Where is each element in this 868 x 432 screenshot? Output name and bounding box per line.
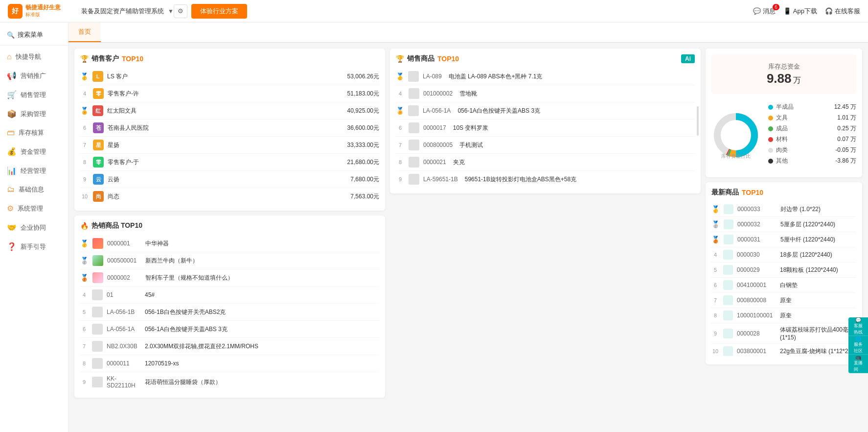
sp-code-6: 0000021: [423, 159, 446, 166]
sidebar-item-purchase[interactable]: 📦 采购管理: [0, 104, 68, 123]
operations-icon: 📊: [7, 166, 17, 175]
hot-prod-3: 🥉 0000002 智利车子里（规格不知道填什么）: [80, 269, 379, 287]
np-num-6: 6: [711, 282, 719, 288]
hot-products-title-text: 热销商品 TOP10: [91, 221, 142, 230]
service-community-button[interactable]: 🌐 服务社区: [848, 336, 868, 355]
np-num-9: 9: [711, 331, 719, 336]
direct-store-button[interactable]: 📺 直播间: [848, 355, 868, 373]
np-name-3: 5厘中纤 (1220*2440): [780, 236, 856, 244]
new-prod-3: 🥉 0000031 5厘中纤 (1220*2440): [711, 232, 856, 247]
legend-val-3: 0.25 万: [837, 124, 856, 133]
rank-num-8: 10: [80, 192, 89, 201]
hot-prod-5: 5 LA-056-1B 056-1B白色按键开关壳ABS2克: [80, 304, 379, 321]
system-selector[interactable]: 装备及固定资产辅助管理系统 ▼: [81, 7, 174, 16]
sp-name-4: 10S 变料罗浆: [453, 124, 489, 132]
rank-item-7: 9 云 云扬 7,680.00元: [80, 171, 379, 188]
headset-icon: 🎧: [825, 7, 833, 15]
notification-button[interactable]: 💬 消息 6: [753, 7, 776, 16]
prod-code-1: 0000001: [107, 240, 141, 247]
sidebar-item-inventory[interactable]: 🗃 库存核算: [0, 123, 68, 142]
prod-thumb-2: [92, 255, 103, 266]
sidebar-item-marketing[interactable]: 📢 营销推广: [0, 66, 68, 85]
prod-code-9: KK-SD22110H: [107, 375, 141, 389]
sp-medal-3: 🏅: [396, 107, 404, 115]
sp-rank-item-7: 9 LA-59651-1B 59651-1B旋转投影灯电池盒ABS黑色+58克: [396, 171, 695, 188]
sales-product-title: 🏆 销售商品 TOP10 Ai: [396, 54, 695, 63]
sidebar-item-basic-info[interactable]: 🗂 基础信息: [0, 180, 68, 199]
prod-code-3: 0000002: [107, 274, 141, 281]
sp-medal-1: 🥇: [396, 72, 404, 80]
legend-dot-4: [768, 137, 773, 142]
sidebar-item-sales[interactable]: 🛒 销售管理: [0, 85, 68, 104]
home-icon: ⌂: [7, 52, 12, 61]
sp-name-1: 电池盖 LA-089 ABS本色+黑种 7.1克: [449, 72, 543, 81]
sp-thumb-6: [409, 157, 419, 168]
trophy-icon-2: 🏆: [396, 55, 404, 63]
sp-code-2: 001000002: [423, 90, 453, 97]
np-thumb-4: [723, 250, 733, 260]
np-name-8: 原奎: [780, 312, 856, 320]
sp-thumb-3: [408, 105, 419, 116]
trial-button[interactable]: 体验行业方案: [191, 4, 247, 19]
rank-num-hp9: 9: [80, 379, 88, 385]
inventory-total-section: 库存总资金 9.88 万: [711, 54, 856, 94]
customer-badge-4: 苍: [93, 122, 104, 133]
sidebar-item-enterprise[interactable]: 🤝 企业协同: [0, 218, 68, 237]
customer-name-8: 尚态: [108, 192, 346, 201]
rank-item-3: 🏅 红 红太阳文具 40,925.00元: [80, 102, 379, 120]
customer-badge-7: 云: [93, 174, 104, 185]
sidebar-item-finance[interactable]: 💰 资金管理: [0, 142, 68, 161]
search-menu-item[interactable]: 🔍 搜索菜单: [0, 26, 68, 43]
sales-customer-top10-badge: TOP10: [122, 55, 143, 63]
customer-badge-3: 红: [92, 105, 103, 116]
rank-num-hp7: 7: [80, 343, 88, 349]
np-num-4: 4: [711, 252, 719, 258]
rank-item-6: 8 零 零售客户-于 21,680.00元: [80, 154, 379, 171]
legend-dot-6: [768, 159, 773, 164]
sp-num-2: 4: [396, 89, 405, 98]
np-name-5: 18颗粒板 (1220*2440): [780, 266, 856, 274]
np-code-5: 0000029: [737, 266, 776, 273]
enterprise-icon: 🤝: [7, 223, 17, 232]
rank-num-7: 9: [80, 175, 89, 184]
logo-icon: 好: [8, 4, 23, 19]
sidebar-item-sys-mgmt[interactable]: ⚙ 系统管理: [0, 199, 68, 218]
np-code-1: 0000033: [737, 206, 777, 213]
prod-thumb-1: [92, 238, 103, 249]
inventory-icon: 🗃: [7, 128, 15, 137]
notification-icon: 💬: [753, 7, 761, 15]
sp-code-5: 000800005: [423, 142, 453, 148]
prod-name-1: 中华神器: [145, 240, 169, 248]
rank-medal-3: 🏅: [80, 107, 89, 115]
customer-service-button[interactable]: 💬 客服热线: [848, 317, 868, 336]
tab-home[interactable]: 首页: [69, 23, 101, 42]
sidebar-label: 企业协同: [21, 223, 46, 232]
online-service-button[interactable]: 🎧 在线客服: [825, 7, 860, 16]
legend-item-2: 文具 1.01 万: [768, 114, 856, 122]
rank-num-hp8: 8: [80, 360, 88, 366]
app-download-button[interactable]: 📱 App下载: [783, 7, 817, 16]
prod-thumb-7: [92, 341, 103, 352]
np-thumb-10: [723, 346, 733, 356]
main-layout: 🔍 搜索菜单 ⌂ 快捷导航 📢 营销推广 🛒 销售管理 📦 采购管理 🗃 库存核…: [0, 23, 868, 432]
rank-item-8: 10 尚 尚态 7,563.00元: [80, 188, 379, 205]
sp-name-3: 056-1A白色按键开关盖ABS 3克: [457, 107, 540, 115]
system-name: 装备及固定资产辅助管理系统: [81, 7, 164, 16]
sidebar-item-operations[interactable]: 📊 经营管理: [0, 161, 68, 180]
customer-name-5: 星扬: [108, 141, 343, 149]
sidebar-item-quick-nav[interactable]: ⌂ 快捷导航: [0, 48, 68, 66]
np-num-10: 10: [711, 348, 719, 354]
hot-products-list: 🥇 0000001 中华神器 🥈 000500001 新西兰牛肉（新牛）: [80, 235, 379, 392]
new-prod-6: 6 004100001 白钢垫: [711, 278, 856, 293]
new-prod-4: 4 0000030 18多层 (1220*2440): [711, 247, 856, 263]
sidebar-item-guide[interactable]: ❓ 新手引导: [0, 237, 68, 256]
prod-code-8: 0000011: [107, 360, 141, 367]
sidebar-label: 销售管理: [21, 91, 46, 99]
dropdown-arrow-icon[interactable]: ▼: [168, 8, 174, 15]
settings-button[interactable]: ⚙: [174, 4, 187, 18]
prod-code-7: NB2.0X30B: [107, 343, 141, 350]
hot-prod-4: 4 01 45#: [80, 287, 379, 304]
np-name-10: 22g鱼豆腐-烧烤味 (1*12*20): [780, 347, 856, 356]
notification-badge: 6: [773, 4, 779, 10]
np-thumb-6: [723, 280, 733, 290]
